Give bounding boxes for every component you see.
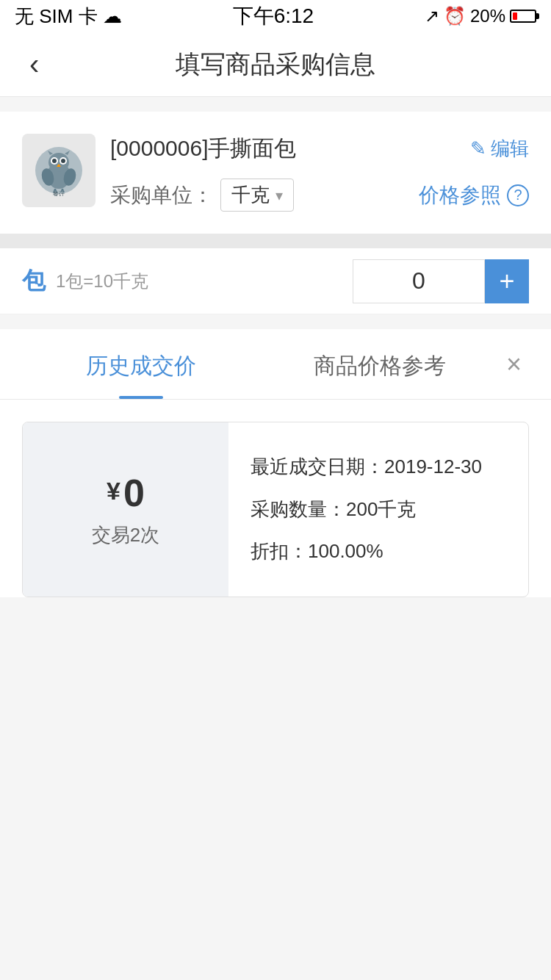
currency-symbol: ¥ [107, 477, 120, 505]
qty-label-group: 包 1包=10千克 [22, 265, 148, 298]
alarm-icon: ⏰ [444, 6, 466, 26]
back-button[interactable]: ‹ [22, 40, 46, 88]
svg-point-5 [52, 159, 57, 163]
status-left: 无 SIM 卡 ☁ [15, 4, 122, 29]
nav-bar: ‹ 填写商品采购信息 [0, 32, 551, 97]
trade-details: 最近成交日期：2019-12-30 采购数量：200千克 折扣：100.00% [228, 422, 528, 597]
page-title: 填写商品采购信息 [176, 48, 375, 82]
dropdown-icon: ▾ [276, 187, 283, 204]
tab-product-price-ref[interactable]: 商品价格参考 [260, 329, 498, 399]
help-icon: ? [507, 184, 529, 206]
bag-label: 包 [22, 265, 46, 298]
unit-select[interactable]: 千克 ▾ [220, 179, 294, 212]
svg-text:餐计: 餐计 [53, 191, 65, 196]
edit-icon: ✎ [470, 137, 486, 160]
product-details: [0000006]手撕面包 ✎ 编辑 采购单位： 千克 ▾ 价格参照 ? [110, 134, 529, 212]
discount-row: 折扣：100.00% [251, 536, 506, 567]
tab-history-price[interactable]: 历史成交价 [22, 329, 260, 399]
product-section: 餐计 [0000006]手撕面包 ✎ 编辑 采购单位： 千克 ▾ 价格参照 ? [0, 112, 551, 234]
tab-close-button[interactable]: × [499, 342, 529, 387]
tabs-header: 历史成交价 商品价格参考 × [0, 329, 551, 400]
quantity-row: 包 1包=10千克 0 + [0, 248, 551, 314]
qty-info-value: 200千克 [346, 498, 416, 520]
status-bar: 无 SIM 卡 ☁ 下午6:12 ↗ ⏰ 20% [0, 0, 551, 32]
product-header: [0000006]手撕面包 ✎ 编辑 [110, 134, 529, 164]
qty-plus-button[interactable]: + [485, 259, 529, 303]
edit-label: 编辑 [491, 136, 529, 162]
price-ref-button[interactable]: 价格参照 ? [419, 181, 529, 209]
tabs-panel: 历史成交价 商品价格参考 × ¥ 0 交易2次 最近成交日期：2019-12-3… [0, 329, 551, 597]
status-time: 下午6:12 [233, 2, 314, 30]
product-unit-row: 采购单位： 千克 ▾ 价格参照 ? [110, 179, 529, 212]
unit-value: 千克 [231, 182, 270, 208]
product-image: 餐计 [22, 134, 96, 207]
price-value: 0 [123, 471, 145, 515]
location-icon: ↗ [425, 6, 439, 26]
recent-date-value: 2019-12-30 [384, 455, 482, 478]
trade-summary: ¥ 0 交易2次 [23, 422, 228, 597]
trade-card: ¥ 0 交易2次 最近成交日期：2019-12-30 采购数量：200千克 折扣… [22, 422, 529, 597]
unit-label: 采购单位： [110, 181, 213, 209]
trade-price: ¥ 0 [107, 471, 145, 515]
recent-date-row: 最近成交日期：2019-12-30 [251, 452, 506, 483]
qty-controls: 0 + [353, 259, 529, 303]
battery-percent: 20% [470, 6, 505, 26]
svg-point-6 [61, 159, 65, 163]
section-divider [0, 234, 551, 248]
discount-label: 折扣： [251, 540, 308, 562]
qty-info-label: 采购数量： [251, 498, 346, 520]
qty-subtext: 1包=10千克 [56, 270, 148, 293]
recent-date-label: 最近成交日期： [251, 455, 384, 478]
discount-value: 100.00% [308, 540, 383, 562]
edit-button[interactable]: ✎ 编辑 [470, 136, 529, 162]
qty-row: 采购数量：200千克 [251, 494, 506, 525]
main-content [0, 619, 551, 980]
price-ref-label: 价格参照 [419, 181, 501, 209]
product-name: [0000006]手撕面包 [110, 134, 296, 164]
battery-icon [510, 10, 536, 23]
qty-input[interactable]: 0 [353, 259, 485, 303]
product-logo: 餐计 [33, 145, 84, 196]
trade-count: 交易2次 [92, 522, 159, 548]
status-right: ↗ ⏰ 20% [425, 6, 536, 26]
